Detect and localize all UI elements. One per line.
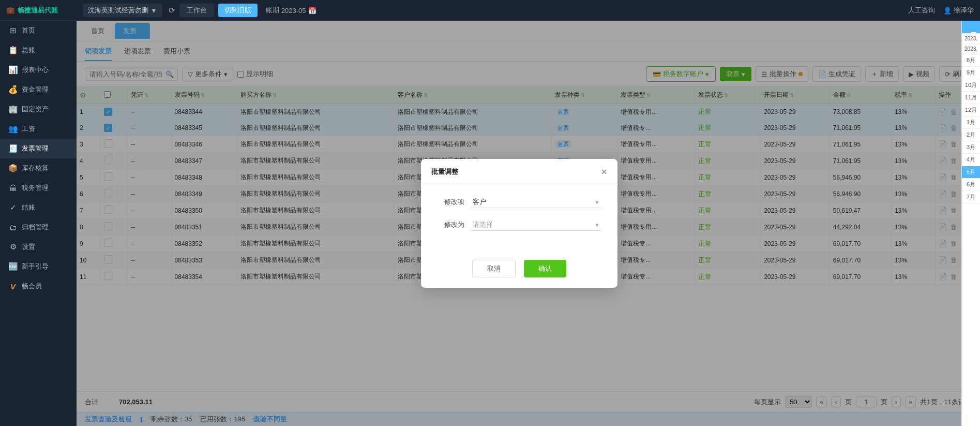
sidebar-item-label: 归档管理 — [22, 223, 49, 232]
sidebar-item-label: 总账 — [22, 46, 35, 55]
sidebar-item-member[interactable]: V 畅会员 — [0, 276, 77, 296]
cancel-button[interactable]: 取消 — [472, 260, 516, 277]
topbar-refresh-icon[interactable]: ⟳ — [169, 6, 175, 15]
confirm-button[interactable]: 确认 — [524, 260, 566, 277]
sidebar-item-archive[interactable]: 🗂 归档管理 — [0, 217, 77, 237]
ledger-icon: 📋 — [8, 46, 18, 55]
modal-overlay: 批量调整 × 修改项 客户 购买方 ▾ 修改为 请选择 — [77, 21, 961, 426]
sidebar-item-label: 固定资产 — [22, 105, 49, 114]
month-11[interactable]: 11月 — [962, 92, 980, 104]
month-9[interactable]: 9月 — [962, 67, 980, 79]
assets-icon: 🏢 — [8, 105, 18, 114]
period-info: 账期 2023-05 📅 — [266, 6, 316, 15]
company-name: 沈海英测试经营勿删 — [88, 6, 148, 15]
sidebar-item-label: 税务管理 — [22, 183, 49, 193]
sidebar-item-label: 工资 — [22, 124, 35, 134]
sidebar-item-salary[interactable]: 👥 工资 — [0, 119, 77, 139]
sidebar-item-label: 设置 — [22, 242, 35, 252]
sidebar-item-inventory[interactable]: 📦 库存核算 — [0, 158, 77, 178]
sidebar-item-ledger[interactable]: 📋 总账 — [0, 40, 77, 60]
sidebar-item-label: 库存核算 — [22, 164, 49, 173]
app-name: 畅捷通易代账 — [18, 6, 58, 15]
user-name: 徐泽华 — [954, 6, 974, 15]
sidebar-item-guide[interactable]: 🆕 新手引导 — [0, 257, 77, 276]
user-info[interactable]: 👤徐泽华 — [943, 6, 974, 15]
modal-close-button[interactable]: × — [601, 167, 607, 177]
modal-title: 批量调整 — [431, 167, 458, 177]
month-4[interactable]: 4月 — [962, 154, 980, 166]
support-button[interactable]: 人工咨询 — [908, 6, 935, 15]
sidebar: 💼 畅捷通易代账 ⊞ 首页 📋 总账 📊 报表中心 💰 资金管理 🏢 固定资产 … — [0, 0, 77, 426]
modal-body: 修改项 客户 购买方 ▾ 修改为 请选择 ▾ — [421, 183, 617, 254]
sidebar-item-label: 结账 — [22, 203, 35, 212]
guide-icon: 🆕 — [8, 262, 18, 271]
right-panel: 开票助手 2023. 2023. 8月 9月 10月 11月 12月 1月 2月… — [961, 21, 980, 426]
batch-adjust-modal: 批量调整 × 修改项 客户 购买方 ▾ 修改为 请选择 — [421, 159, 617, 288]
sidebar-item-label: 发票管理 — [22, 144, 49, 153]
month-8[interactable]: 8月 — [962, 54, 980, 67]
user-avatar-icon: 👤 — [943, 7, 952, 14]
value-select[interactable]: 请选择 — [471, 218, 601, 230]
year-2023-label2: 2023. — [962, 44, 980, 54]
month-2[interactable]: 2月 — [962, 129, 980, 141]
period-value: 2023-05 — [281, 7, 306, 14]
sidebar-item-close[interactable]: ✓ 结账 — [0, 198, 77, 217]
sidebar-item-label: 首页 — [22, 26, 35, 35]
sidebar-item-label: 新手引导 — [22, 262, 49, 271]
sidebar-item-funds[interactable]: 💰 资金管理 — [0, 80, 77, 99]
form-row-field: 修改项 客户 购买方 ▾ — [438, 196, 601, 208]
form-row-value: 修改为 请选择 ▾ — [438, 218, 601, 231]
period-label: 账期 — [266, 6, 279, 15]
modal-footer: 取消 确认 — [421, 254, 617, 288]
logo-icon: 💼 — [6, 6, 14, 14]
company-dropdown-icon: ▼ — [150, 7, 157, 14]
sidebar-item-reports[interactable]: 📊 报表中心 — [0, 60, 77, 80]
sidebar-item-tax[interactable]: 🏛 税务管理 — [0, 178, 77, 198]
app-logo: 💼 畅捷通易代账 — [0, 0, 77, 21]
topbar-icons: ⟳ — [169, 6, 175, 15]
open-invoice-panel-btn[interactable]: 开票助手 — [962, 21, 980, 34]
company-selector[interactable]: 沈海英测试经营勿删 ▼ — [83, 4, 162, 17]
field-select[interactable]: 客户 购买方 — [471, 196, 601, 208]
month-3[interactable]: 3月 — [962, 141, 980, 154]
tax-icon: 🏛 — [8, 184, 18, 193]
topbar: 沈海英测试经营勿删 ▼ ⟳ 工作台 切到旧版 账期 2023-05 📅 人工咨询… — [77, 0, 980, 21]
sidebar-item-label: 畅会员 — [22, 282, 42, 291]
settings-icon: ⚙ — [8, 242, 18, 252]
sidebar-item-label: 报表中心 — [22, 65, 49, 75]
month-1[interactable]: 1月 — [962, 116, 980, 129]
calendar-icon: 📅 — [308, 7, 316, 14]
sidebar-item-invoice[interactable]: 🧾 发票管理 — [0, 139, 77, 158]
sidebar-item-settings[interactable]: ⚙ 设置 — [0, 237, 77, 257]
field-select-wrap: 客户 购买方 ▾ — [471, 196, 601, 208]
funds-icon: 💰 — [8, 85, 18, 94]
value-select-wrap: 请选择 ▾ — [471, 218, 601, 231]
workspace-button[interactable]: 工作台 — [179, 4, 214, 17]
modal-header: 批量调整 × — [421, 159, 617, 183]
year-2023-label: 2023. — [962, 34, 980, 44]
month-7[interactable]: 7月 — [962, 191, 980, 203]
sidebar-item-assets[interactable]: 🏢 固定资产 — [0, 99, 77, 119]
switch-version-button[interactable]: 切到旧版 — [218, 4, 258, 17]
month-5[interactable]: 5月 — [962, 166, 980, 179]
home-icon: ⊞ — [8, 26, 18, 35]
sidebar-item-label: 资金管理 — [22, 85, 49, 94]
sidebar-item-home[interactable]: ⊞ 首页 — [0, 21, 77, 40]
month-6[interactable]: 6月 — [962, 179, 980, 191]
archive-icon: 🗂 — [8, 223, 18, 232]
inventory-icon: 📦 — [8, 164, 18, 173]
invoice-icon: 🧾 — [8, 144, 18, 153]
close-period-icon: ✓ — [8, 203, 18, 212]
salary-icon: 👥 — [8, 124, 18, 134]
month-10[interactable]: 10月 — [962, 79, 980, 92]
member-icon: V — [8, 282, 18, 291]
topbar-right: 人工咨询 👤徐泽华 — [908, 6, 974, 15]
reports-icon: 📊 — [8, 65, 18, 75]
month-12[interactable]: 12月 — [962, 104, 980, 116]
field-label: 修改项 — [438, 197, 464, 207]
value-label: 修改为 — [438, 220, 464, 229]
